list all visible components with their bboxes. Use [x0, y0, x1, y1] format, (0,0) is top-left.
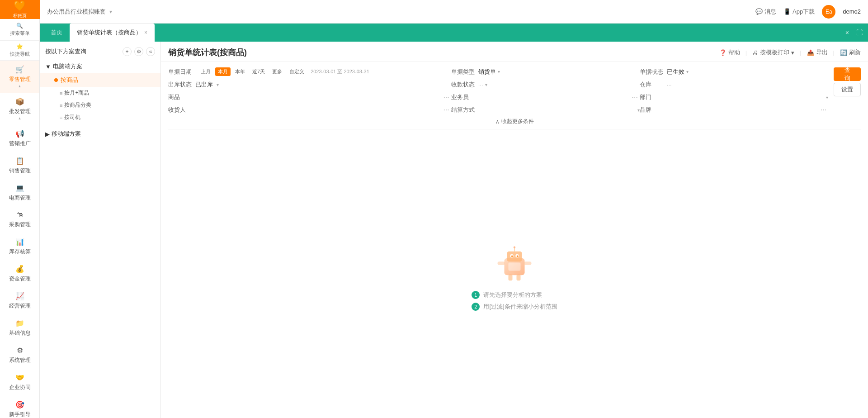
scheme-by-product[interactable]: 按商品 — [40, 73, 160, 87]
system-icon: ⚙ — [17, 346, 23, 355]
department-dropdown-icon[interactable]: ▾ — [826, 95, 828, 100]
sidebar: 🧡 标账页 🔍 搜索菜单 ⭐ 快捷导航 🛒 零售管理 ▲ 📦 批发管理 ▲ 📢 … — [0, 0, 40, 418]
salesperson-dots[interactable]: ··· — [630, 93, 640, 101]
sales-label: 销售管理 — [9, 167, 31, 175]
topbar-dropdown[interactable]: ▾ — [109, 9, 112, 15]
guide-icon: 🎯 — [15, 400, 24, 409]
panel-collapse-button[interactable]: « — [146, 47, 155, 56]
download-icon: 📱 — [783, 8, 791, 15]
message-label: 消息 — [764, 8, 776, 16]
doc-status-control: 已生效 ▾ — [667, 68, 828, 76]
message-button[interactable]: 💬 消息 — [755, 8, 776, 16]
tab-active[interactable]: 销货单统计表（按商品） × — [70, 24, 155, 42]
sidebar-item-retail[interactable]: 🛒 零售管理 ▲ — [0, 61, 39, 93]
date-range-text: 2023-03-01 至 2023-03-31 — [311, 68, 369, 75]
sidebar-item-ecommerce[interactable]: 💻 电商管理 — [0, 179, 39, 206]
topbar-left: 办公用品行业模拟账套 ▾ — [47, 8, 112, 16]
date-control: 上月 本月 本年 近7天 更多 自定义 2023-03-01 至 2023-03… — [195, 67, 451, 76]
scheme-by-month-product[interactable]: ≡ 按月+商品 — [40, 87, 160, 99]
scheme-by-category[interactable]: ≡ 按商品分类 — [40, 99, 160, 111]
print-button[interactable]: 🖨 按模板打印 ▾ — [752, 48, 794, 57]
finance-label: 资金管理 — [9, 275, 31, 283]
left-filter-panel: 按以下方案查询 + ⚙ « ▼ 电脑端方案 — [40, 42, 161, 418]
hint-text-1: 请先选择要分析的方案 — [483, 291, 542, 299]
query-button[interactable]: 查询 — [834, 67, 861, 81]
out-status-dropdown-icon[interactable]: ▾ — [217, 82, 219, 87]
mobile-arrow: ▶ — [45, 131, 50, 138]
desktop-scheme-section: ▼ 电脑端方案 按商品 ≡ 按月+商品 ≡ 按商品分类 ≡ 按司机 — [40, 60, 160, 127]
sidebar-item-guide[interactable]: 🎯 新手引导 — [0, 396, 39, 418]
recv-status-dropdown-icon[interactable]: ▾ — [485, 82, 487, 87]
topbar-title: 办公用品行业模拟账套 — [47, 8, 106, 16]
refresh-button[interactable]: 🔄 刷新 — [840, 48, 861, 57]
sidebar-item-search[interactable]: 🔍 搜索菜单 — [0, 19, 39, 41]
add-scheme-button[interactable]: + — [123, 47, 132, 56]
settings-button[interactable]: 设置 — [834, 83, 861, 96]
user-avatar[interactable]: Ea — [822, 5, 835, 19]
query-button-group: 查询 设置 — [834, 67, 861, 114]
print-label: 按模板打印 — [760, 48, 789, 57]
date-cur-year-btn[interactable]: 本年 — [232, 67, 248, 76]
filter-doc-type-item: 单据类型 销货单 ▾ — [451, 68, 640, 76]
receiver-dots[interactable]: ··· — [441, 106, 451, 114]
scheme-settings-button[interactable]: ⚙ — [134, 47, 143, 56]
app-download-button[interactable]: 📱 App下载 — [783, 8, 815, 16]
sidebar-search-label: 搜索菜单 — [0, 30, 39, 37]
tab-close-all-button[interactable]: × — [844, 27, 851, 38]
sidebar-item-purchase[interactable]: 🛍 采购管理 — [0, 206, 39, 233]
doc-status-dropdown-icon[interactable]: ▾ — [686, 69, 689, 74]
scheme-by-driver[interactable]: ≡ 按司机 — [40, 111, 160, 124]
sidebar-item-basic[interactable]: 📁 基础信息 — [0, 314, 39, 342]
filter-row-1: 单据日期 上月 本月 本年 近7天 更多 — [168, 67, 828, 76]
empty-hints: 1 请先选择要分析的方案 2 用[过滤]条件来缩小分析范围 — [472, 291, 557, 311]
refresh-icon: 🔄 — [840, 49, 847, 56]
sidebar-logo[interactable]: 🧡 标账页 — [0, 0, 40, 19]
sidebar-nav-label: 快捷导航 — [0, 51, 39, 57]
svg-rect-12 — [508, 262, 520, 271]
sidebar-item-inventory[interactable]: 📊 库存核算 — [0, 233, 39, 260]
help-button[interactable]: ❓ 帮助 — [719, 48, 740, 57]
sales-icon: 📋 — [15, 157, 24, 165]
sidebar-item-quick-nav[interactable]: ⭐ 快捷导航 — [0, 41, 39, 61]
brand-dots[interactable]: ··· — [819, 106, 828, 114]
date-more-btn[interactable]: 更多 — [269, 67, 285, 76]
desktop-scheme-header[interactable]: ▼ 电脑端方案 — [40, 60, 160, 73]
collapse-bar[interactable]: ∧ 收起更多条件 — [168, 114, 861, 129]
tabbar: 首页 销货单统计表（按商品） × × ⛶ — [40, 24, 868, 42]
marketing-icon: 📢 — [15, 129, 24, 138]
mobile-scheme-label: 移动端方案 — [52, 130, 81, 138]
tab-maximize-button[interactable]: ⛶ — [854, 27, 864, 38]
tab-close-button[interactable]: × — [144, 29, 147, 36]
filter-doc-status-item: 单据状态 已生效 ▾ — [640, 68, 828, 76]
sidebar-item-finance[interactable]: 💰 资金管理 — [0, 260, 39, 287]
product-dots[interactable]: ··· — [441, 93, 451, 101]
tab-home-label: 首页 — [51, 28, 62, 37]
date-7days-btn[interactable]: 近7天 — [250, 67, 268, 76]
sidebar-item-system[interactable]: ⚙ 系统管理 — [0, 342, 39, 369]
scheme-label: 按商品 — [61, 76, 78, 84]
mobile-scheme-header[interactable]: ▶ 移动端方案 — [40, 127, 160, 141]
sidebar-item-marketing[interactable]: 📢 营销推广 — [0, 125, 39, 152]
page-title: 销货单统计表(按商品) — [168, 47, 247, 58]
username-label[interactable]: demo2 — [843, 8, 861, 15]
date-row: 上月 本月 本年 近7天 更多 自定义 2023-03-01 至 2023-03… — [195, 67, 451, 76]
sidebar-item-enterprise[interactable]: 🤝 企业协同 — [0, 369, 39, 396]
sub-icon-1: ≡ — [60, 90, 62, 96]
results-area: 1 请先选择要分析的方案 2 用[过滤]条件来缩小分析范围 — [161, 135, 868, 418]
date-prev-month-btn[interactable]: 上月 — [198, 67, 213, 76]
date-custom-btn[interactable]: 自定义 — [287, 67, 307, 76]
print-dropdown-icon[interactable]: ▾ — [791, 49, 794, 56]
tab-home[interactable]: 首页 — [43, 24, 70, 42]
receiver-label: 收货人 — [168, 106, 195, 114]
inventory-icon: 📊 — [15, 238, 24, 246]
right-panel: 销货单统计表(按商品) ❓ 帮助 | 🖨 按模板打印 ▾ | 📤 — [161, 42, 868, 418]
divider-1: | — [745, 49, 747, 56]
doc-type-dropdown-icon[interactable]: ▾ — [498, 69, 500, 74]
date-cur-month-btn[interactable]: 本月 — [215, 67, 231, 76]
payment-label: 结算方式 — [451, 106, 478, 114]
sidebar-item-wholesale[interactable]: 📦 批发管理 ▲ — [0, 93, 39, 125]
sidebar-item-operations[interactable]: 📈 经营管理 — [0, 287, 39, 314]
page-header-actions: ❓ 帮助 | 🖨 按模板打印 ▾ | 📤 导出 | — [719, 48, 861, 57]
sidebar-item-sales[interactable]: 📋 销售管理 — [0, 152, 39, 179]
export-button[interactable]: 📤 导出 — [807, 48, 828, 57]
